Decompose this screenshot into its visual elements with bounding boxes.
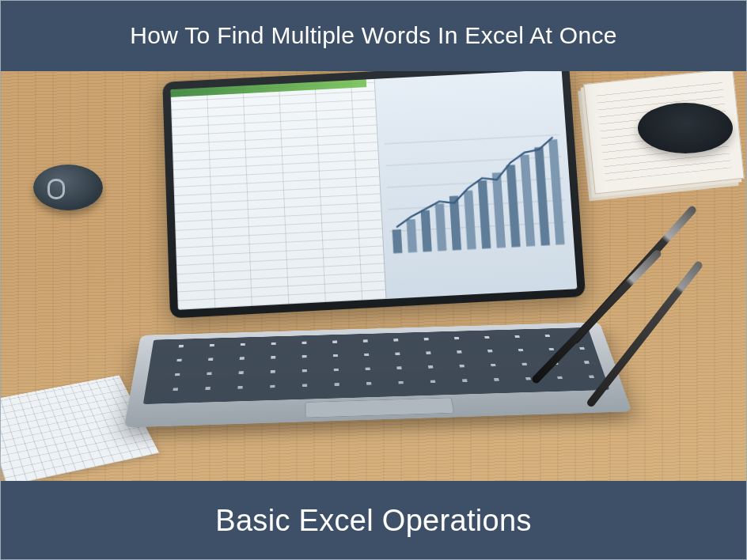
svg-rect-10 [464, 191, 476, 250]
laptop-touchpad [305, 398, 454, 418]
hero-illustration [0, 71, 747, 481]
title-text-bottom: Basic Excel Operations [215, 504, 531, 538]
svg-line-1 [385, 157, 561, 166]
chart-svg [381, 76, 571, 293]
tutorial-card: How To Find Multiple Words In Excel At O… [0, 0, 747, 560]
svg-rect-13 [506, 165, 521, 247]
svg-line-0 [385, 134, 560, 143]
svg-rect-9 [449, 196, 461, 251]
spreadsheet-grid [170, 79, 385, 310]
embedded-chart [374, 71, 578, 299]
laptop-keyboard [124, 322, 632, 427]
spreadsheet-app [170, 71, 577, 310]
svg-rect-5 [392, 229, 403, 253]
title-banner-top: How To Find Multiple Words In Excel At O… [0, 0, 747, 71]
svg-rect-7 [421, 210, 432, 252]
svg-rect-6 [407, 219, 418, 252]
title-banner-bottom: Basic Excel Operations [0, 481, 747, 560]
laptop [89, 71, 658, 481]
title-text-top: How To Find Multiple Words In Excel At O… [130, 22, 616, 49]
svg-rect-11 [478, 180, 491, 249]
svg-line-3 [388, 200, 564, 210]
svg-rect-14 [520, 155, 535, 247]
laptop-screen [162, 71, 586, 319]
svg-rect-15 [534, 147, 550, 246]
svg-rect-16 [548, 139, 564, 245]
svg-rect-12 [492, 172, 506, 248]
svg-rect-8 [435, 203, 447, 251]
